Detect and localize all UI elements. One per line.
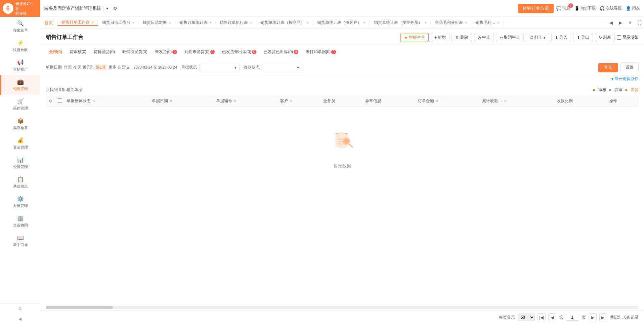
print-btn[interactable]: 🖨 打印 ▾ [526,33,549,42]
cancel-audit-btn[interactable]: 弃审 [614,87,622,93]
tab-close-5[interactable]: × [250,21,252,25]
date-custom[interactable]: 自定义 [118,65,130,70]
expand-conditions-btn[interactable]: ▾ 展开更多条件 [611,76,639,82]
tab-close-1[interactable]: × [92,21,94,24]
smart-create-btn[interactable]: ★ 智能生单 [400,33,429,42]
import-icon: ⬇ [555,35,558,40]
message-btn[interactable]: 💬 消息 6 [556,5,570,11]
filter-tab-3[interactable]: 旺铺待发货(0) [119,48,151,56]
first-page-btn[interactable]: |◀ [538,313,546,321]
settings-footer-btn[interactable]: ⚙ [0,304,40,314]
scrollbar-thumb[interactable] [46,306,113,309]
filter-tab-1[interactable]: 待审核(0) [66,48,90,56]
filter-tab-0[interactable]: 全部(0) [46,48,66,56]
show-detail-checkbox[interactable] [617,35,621,40]
tab-6[interactable]: 销货单统计表（按商品）× [256,20,313,26]
audit-btn[interactable]: 审核 [598,87,606,93]
date-more[interactable]: 更多 [109,65,117,70]
sidebar-item-basic[interactable]: 📋基础信息 [0,173,40,192]
sidebar-item-system[interactable]: ⚙️系统管理 [0,192,40,212]
basic-icon: 📋 [17,176,24,183]
sidebar-item-inventory[interactable]: 📦库存核算 [0,114,40,134]
stop-btn[interactable]: ⊘ 中止 [474,33,494,42]
tab-10[interactable]: 销售毛利…× [471,20,504,26]
col-amount[interactable]: 订单金额 ⇅ [416,95,480,107]
tab-close-9[interactable]: × [465,21,467,25]
table-container: ⚙ 单据整体状态 ⇅ 单据日期 ⇅ 单据编号 ⇅ 客户 ⇅ 业务员 异常信息 订… [40,95,644,305]
prev-page-btn[interactable]: ◀ [548,313,556,321]
filter-tab-2[interactable]: 待拣验货(0) [90,48,118,56]
sidebar-item-guide[interactable]: 📖新手引导 [0,231,40,251]
collection-select[interactable]: ▾ [262,64,302,71]
tab-2[interactable]: 钱货日清工作台× [98,20,139,26]
sidebar-item-purchase[interactable]: 🛒采购管理 [0,95,40,114]
app-download-btn[interactable]: 📱 App下载 [574,5,596,11]
tab-1[interactable]: 销售订单工作台× [57,19,98,26]
system-dropdown[interactable]: ▾ [103,5,111,12]
industry-solution-btn[interactable]: 体验行业方案 [518,4,554,13]
tab-maximize-btn[interactable]: ⛶ [635,17,644,29]
collapse-sidebar-btn[interactable]: ◀ [0,314,40,324]
last-page-btn[interactable]: ▶| [599,313,607,321]
filter-tab-8[interactable]: 未打印单据(0)0 [302,48,339,56]
date-7days[interactable]: 近7天 [83,65,93,70]
page-size-select[interactable]: 50 10 20 100 [518,314,535,321]
sidebar-item-sales[interactable]: 💼销售管理 [0,75,40,95]
page-number-input[interactable] [566,314,579,321]
filter-tab-6[interactable]: 已发货未出库(0)0 [219,48,260,56]
user-btn[interactable]: 👤 用友 [626,5,640,11]
sidebar-item-marketing[interactable]: 📢营销推广 [0,56,40,75]
tab-9[interactable]: 商品毛利分析表× [431,20,471,26]
tab-close-10[interactable]: × [498,21,500,25]
filter-tab-label-5: 到期未发货(0) [184,49,210,54]
tab-4[interactable]: 销售订单统计表× [175,20,216,26]
tab-close-6[interactable]: × [307,21,309,25]
filter-tab-5[interactable]: 到期未发货(0)0 [181,48,218,56]
sidebar-item-search[interactable]: 🔍搜索菜单 [0,17,40,36]
gear-icon[interactable]: ⚙ [113,6,117,11]
col-date[interactable]: 单据日期 ⇅ [150,95,214,107]
tab-8[interactable]: 销货单统计表（按业务员）× [370,20,431,26]
import-btn[interactable]: ⬇ 导入 [551,33,571,42]
show-detail-label[interactable]: 显示明细 [617,35,639,40]
sidebar-item-finance[interactable]: 💰资金管理 [0,134,40,153]
table-gear-col[interactable]: ⚙ [46,95,55,107]
add-btn[interactable]: + 新增 [431,33,449,42]
tab-3[interactable]: 钱货日清对账× [139,20,175,26]
cancel-stop-btn[interactable]: ↩ 取消中止 [496,33,524,42]
filter-tab-4[interactable]: 未发货(0)0 [152,48,180,56]
setting-btn[interactable]: 设置 [620,63,639,72]
tab-close-4[interactable]: × [210,21,212,25]
cancel-stop-icon: ↩ [500,35,503,40]
sidebar-item-enterprise[interactable]: 🏢企业协同 [0,212,40,231]
date-yesterday[interactable]: 昨天 [64,65,72,70]
online-service-btn[interactable]: 🎧 在线客服 [600,5,622,11]
col-number[interactable]: 单据编号 ⇅ [214,95,278,107]
col-collected[interactable]: 累计收款… ⇅ [480,95,555,107]
tab-0[interactable]: 首页 [40,20,57,26]
sidebar-item-shortcuts[interactable]: ⚡快捷导航 [0,36,40,56]
date-today[interactable]: 今天 [73,65,81,70]
select-all-checkbox[interactable] [58,98,62,103]
tab-close-all-btn[interactable]: ✕ [625,17,635,29]
delete-btn[interactable]: 🗑 删除 [452,33,472,42]
tab-prev-btn[interactable]: ◀ [606,17,616,29]
query-btn[interactable]: 查询 [598,63,618,72]
tab-close-3[interactable]: × [169,21,171,25]
page-header: 销售订单工作台 ★ 智能生单 + 新增 🗑 删除 ⊘ [40,29,644,45]
tab-close-2[interactable]: × [132,21,134,25]
col-customer[interactable]: 客户 ⇅ [278,95,321,107]
refresh-btn[interactable]: ↻ 刷新 [595,33,615,42]
tab-7[interactable]: 销货单统计表（按客户）× [313,20,370,26]
status-select[interactable]: ▾ [199,64,240,71]
tab-close-8[interactable]: × [424,21,426,25]
tab-5[interactable]: 销售订单执行表× [216,20,256,26]
export-btn[interactable]: ⬆ 导出 [573,33,593,42]
next-page-btn[interactable]: ▶ [589,313,597,321]
date-1month[interactable]: 近1月 [94,64,108,71]
tab-close-7[interactable]: × [363,21,366,25]
tab-next-btn[interactable]: ▶ [616,17,625,29]
ship-btn[interactable]: 发货 [631,87,639,93]
filter-tab-7[interactable]: 已发货已出库(0)0 [260,48,301,56]
sidebar-item-operations[interactable]: 📊经营管理 [0,153,40,173]
